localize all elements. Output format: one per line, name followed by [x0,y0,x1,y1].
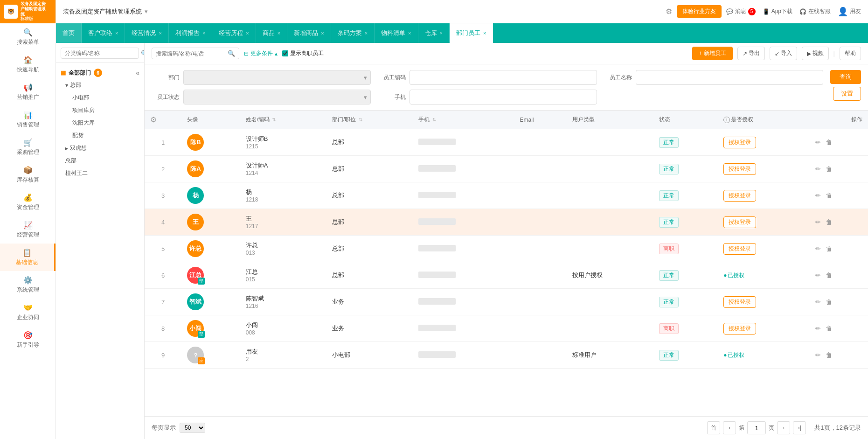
app-download-btn[interactable]: 📱 App下载 [763,7,792,15]
tab-operations[interactable]: 经营情况× [125,23,168,43]
page-input[interactable] [747,421,766,434]
col-dept-role[interactable]: 部门/职位 ⇅ [326,111,413,129]
per-page-select[interactable]: 50 100 [180,423,205,433]
delete-icon[interactable]: 🗑 [826,298,832,306]
delete-icon[interactable]: 🗑 [826,192,832,199]
col-settings[interactable]: ⚙ [145,111,181,129]
close-icon[interactable]: × [365,30,368,36]
user-menu[interactable]: 👤 用友 [838,7,861,17]
sidebar-item-collab[interactable]: 🤝 企业协同 [0,299,56,326]
dept-node-project[interactable]: 项目库房 [68,104,144,117]
help-button[interactable]: 帮助 [840,47,861,60]
employee-code-input[interactable] [410,70,597,85]
first-page-btn[interactable]: 首 [707,421,720,434]
close-icon[interactable]: × [440,30,443,36]
edit-icon[interactable]: ✏ [815,165,821,173]
sidebar-item-marketing[interactable]: 📢 营销推广 [0,78,56,106]
sidebar-item-finance[interactable]: 💰 资金管理 [0,188,56,216]
sidebar-item-search[interactable]: 🔍 搜索菜单 [0,23,56,51]
more-conditions-btn[interactable]: ⊟ 更多条件 ▴ [244,49,278,57]
edit-icon[interactable]: ✏ [815,272,821,279]
sidebar-item-basic-info[interactable]: 📋 基础信息 [0,244,56,271]
phone-input[interactable] [410,90,597,105]
close-icon[interactable]: × [115,30,118,36]
close-icon[interactable]: × [246,30,249,36]
col-name-code[interactable]: 姓名/编码 ⇅ [240,111,326,129]
edit-icon[interactable]: ✏ [815,351,821,359]
delete-icon[interactable]: 🗑 [826,351,832,359]
tab-bom[interactable]: 物料清单× [375,23,418,43]
edit-icon[interactable]: ✏ [815,139,821,146]
auth-login-button[interactable]: 授权登录 [723,323,756,334]
dept-node-zhushu[interactable]: 植树王二 [61,167,144,180]
settings-icon-btn[interactable]: ⚙ [666,7,672,16]
sidebar-item-nav[interactable]: 🏠 快速导航 [0,51,56,78]
filter-search-box[interactable]: 🔍 [152,48,239,59]
sidebar-item-guide[interactable]: 🎯 新手引导 [0,326,56,354]
dept-select[interactable] [183,70,371,85]
close-icon[interactable]: × [202,30,205,36]
search-button[interactable]: 查询 [830,70,861,84]
edit-icon[interactable]: ✏ [815,192,821,199]
auth-login-button[interactable]: 授权登录 [723,137,756,148]
sidebar-item-inventory[interactable]: 📦 库存核算 [0,161,56,188]
set-button[interactable]: 设置 [833,87,861,101]
tab-goods[interactable]: 商品× [256,23,287,43]
dept-node-general[interactable]: ▾ 总部 [61,79,144,91]
tab-profit[interactable]: 利润报告× [169,23,212,43]
delete-icon[interactable]: 🗑 [826,245,832,252]
next-page-btn[interactable]: › [777,421,790,434]
tab-warehouse[interactable]: 仓库× [418,23,450,43]
dept-node-shenyang[interactable]: 沈阳大库 [68,117,144,129]
tab-employee[interactable]: 部门员工× [450,23,493,43]
dept-node-small-elec[interactable]: 小电部 [68,91,144,104]
export-button[interactable]: ↗ 导出 [737,47,765,60]
delete-icon[interactable]: 🗑 [826,165,832,173]
auth-login-button[interactable]: 授权登录 [723,190,756,202]
tab-customer[interactable]: 客户联络× [82,23,125,43]
add-employee-button[interactable]: + 新增员工 [692,47,732,60]
tab-home[interactable]: 首页 [56,23,82,43]
delete-icon[interactable]: 🗑 [826,139,832,146]
message-btn[interactable]: 💬 消息 5 [726,7,756,15]
show-resigned-checkbox[interactable] [282,50,288,56]
all-dept-header[interactable]: ▦ 全部部门 6 « [56,67,144,79]
tab-history[interactable]: 经营历程× [212,23,256,43]
employee-name-input[interactable] [636,70,823,85]
filter-search-input[interactable] [156,50,226,57]
status-select[interactable] [183,90,371,105]
collapse-icon[interactable]: « [136,69,139,77]
trial-button[interactable]: 体验行业方案 [677,5,722,18]
close-icon[interactable]: × [408,30,411,36]
dept-node-shuanghu[interactable]: ▸ 双虎想 [61,142,144,154]
close-icon[interactable]: × [321,30,324,36]
auth-login-button[interactable]: 授权登录 [723,216,756,228]
close-icon[interactable]: × [159,30,161,36]
import-button[interactable]: ↙ 导入 [770,47,797,60]
edit-icon[interactable]: ✏ [815,325,821,332]
sidebar-item-purchase[interactable]: 🛒 采购管理 [0,133,56,161]
tab-barcode[interactable]: 条码方案× [331,23,375,43]
sidebar-item-operations[interactable]: 📈 经营管理 [0,216,56,244]
sidebar-item-sales[interactable]: 📊 销售管理 [0,106,56,133]
dept-node-headquarters[interactable]: 总部 [61,154,144,167]
edit-icon[interactable]: ✏ [815,298,821,306]
auth-login-button[interactable]: 授权登录 [723,243,756,255]
delete-icon[interactable]: 🗑 [826,325,832,332]
dept-node-distribution[interactable]: 配货 [68,129,144,142]
show-resigned-toggle[interactable]: 显示离职员工 [282,49,324,57]
auth-login-button[interactable]: 授权登录 [723,163,756,175]
edit-icon[interactable]: ✏ [815,245,821,252]
last-page-btn[interactable]: ›| [793,421,806,434]
close-icon[interactable]: × [278,30,280,36]
auth-login-button[interactable]: 授权登录 [723,296,756,308]
prev-page-btn[interactable]: ‹ [723,421,736,434]
edit-icon[interactable]: ✏ [815,218,821,226]
dept-search-input[interactable] [61,48,139,59]
delete-icon[interactable]: 🗑 [826,272,832,279]
close-icon[interactable]: × [483,30,486,36]
sidebar-item-system[interactable]: ⚙️ 系统管理 [0,271,56,299]
tab-add-goods[interactable]: 新增商品× [287,23,331,43]
col-phone[interactable]: 手机 ⇅ [413,111,514,129]
view-button[interactable]: ▶ 视频 [802,47,829,60]
